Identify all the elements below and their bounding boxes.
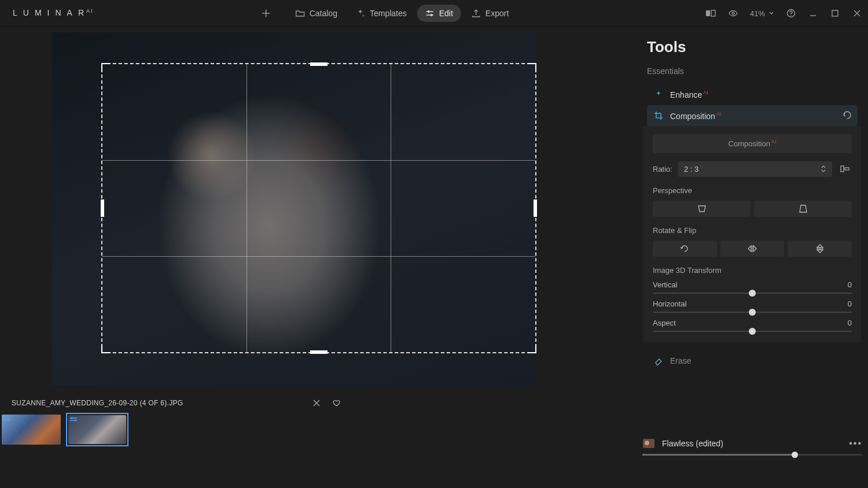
template-thumb-icon	[642, 438, 655, 449]
ratio-label: Ratio:	[653, 165, 672, 173]
help-icon	[786, 9, 796, 18]
horizontal-value: 0	[848, 300, 852, 308]
perspective-vertical-button[interactable]	[754, 201, 852, 217]
chevron-down-icon	[768, 10, 774, 16]
window-maximize[interactable]	[830, 8, 840, 19]
vertical-value: 0	[848, 280, 852, 289]
nav-catalog-label: Catalog	[310, 9, 337, 18]
composition-body: CompositionAI Ratio: 2 : 3 Perspective R…	[643, 126, 861, 342]
ai-badge: AI	[771, 139, 777, 145]
template-bar: Flawless (edited) •••	[642, 438, 862, 449]
help-button[interactable]	[786, 8, 796, 19]
vertical-slider[interactable]	[653, 293, 852, 294]
svg-point-10	[75, 420, 76, 422]
sparkle-icon	[654, 90, 663, 99]
section-essentials: Essentials	[647, 66, 858, 76]
favorite-button[interactable]	[332, 399, 341, 407]
film-strip	[0, 413, 128, 446]
composition-ai-button[interactable]: CompositionAI	[653, 134, 852, 153]
thumbnail-1[interactable]	[0, 413, 62, 446]
thumbnail-2[interactable]	[66, 413, 128, 446]
slider-thumb[interactable]	[749, 328, 756, 335]
composition-ai-label: Composition	[729, 140, 770, 149]
nav-export[interactable]: Export	[464, 5, 517, 22]
rotate-flip-section: Rotate & Flip	[653, 226, 852, 257]
sliders-icon	[425, 9, 435, 18]
app-name: LUMINAR	[13, 8, 90, 17]
slider-thumb[interactable]	[749, 309, 756, 316]
ratio-select[interactable]: 2 : 3	[678, 161, 832, 177]
vertical-label: Vertical	[653, 280, 678, 289]
tool-enhance-label: Enhance	[670, 90, 702, 99]
tools-panel: Tools Essentials EnhanceAI CompositionAI…	[637, 27, 868, 488]
eraser-icon	[654, 356, 663, 365]
nav-catalog[interactable]: Catalog	[288, 5, 345, 22]
slider-thumb[interactable]	[749, 290, 756, 297]
window-minimize[interactable]	[808, 8, 818, 19]
zoom-control[interactable]: 41%	[750, 9, 774, 18]
nav-center: Catalog Templates Edit Export	[259, 5, 517, 22]
svg-point-1	[431, 14, 433, 16]
perspective-section: Perspective	[653, 186, 852, 217]
perspective-horizontal-button[interactable]	[653, 201, 751, 217]
template-strength-slider[interactable]	[642, 454, 862, 456]
erase-label: Erase	[670, 356, 692, 365]
flip-h-icon	[747, 245, 757, 253]
reset-button[interactable]	[843, 111, 852, 120]
top-bar: LUMINARAI Catalog Templates Edit Export …	[0, 0, 868, 27]
compare-icon	[706, 9, 716, 17]
image-preview[interactable]	[52, 32, 535, 385]
photo-content	[52, 32, 535, 385]
ratio-row: Ratio: 2 : 3	[653, 161, 852, 177]
aspect-value: 0	[848, 319, 852, 327]
folder-icon	[296, 9, 305, 18]
transform-section: Image 3D Transform Vertical0 Horizontal0…	[653, 266, 852, 332]
crop-icon	[654, 111, 663, 120]
maximize-icon	[832, 10, 838, 17]
template-icon	[642, 438, 655, 449]
svg-point-18	[645, 441, 649, 445]
ai-badge: AI	[716, 111, 722, 117]
nav-edit-label: Edit	[439, 9, 453, 18]
tool-composition[interactable]: CompositionAI	[647, 105, 858, 127]
rotate-flip-label: Rotate & Flip	[653, 226, 852, 235]
tool-enhance[interactable]: EnhanceAI	[647, 84, 858, 105]
svg-point-4	[732, 12, 734, 14]
svg-rect-2	[706, 10, 710, 16]
top-right-controls: 41%	[706, 0, 862, 27]
minimize-icon	[810, 10, 816, 17]
template-name: Flawless (edited)	[662, 439, 723, 448]
svg-rect-16	[845, 168, 849, 170]
edited-badge-icon	[69, 416, 78, 422]
app-logo: LUMINARAI	[13, 8, 94, 17]
nav-edit[interactable]: Edit	[417, 5, 461, 22]
close-icon	[854, 10, 860, 17]
compare-button[interactable]	[706, 8, 716, 19]
tool-composition-label: Composition	[670, 111, 715, 120]
horizontal-slider[interactable]	[653, 312, 852, 313]
export-icon	[472, 9, 481, 18]
edited-badge-icon	[3, 416, 11, 422]
nav-templates-label: Templates	[370, 9, 407, 18]
nav-templates[interactable]: Templates	[348, 5, 415, 22]
updown-icon	[821, 165, 826, 173]
slider-thumb[interactable]	[792, 452, 798, 458]
eye-icon	[728, 9, 738, 17]
flip-vertical-button[interactable]	[788, 241, 852, 257]
add-button[interactable]	[259, 6, 274, 21]
aspect-slider[interactable]	[653, 331, 852, 332]
window-close[interactable]	[852, 8, 862, 19]
sparkle-icon	[356, 9, 365, 18]
rotate-button[interactable]	[653, 241, 717, 257]
ratio-swap-button[interactable]	[838, 162, 852, 176]
tool-erase[interactable]: Erase	[647, 350, 858, 371]
rotate-icon	[680, 244, 689, 253]
preview-button[interactable]	[728, 8, 738, 19]
reject-button[interactable]	[312, 399, 321, 407]
panel-title: Tools	[647, 38, 858, 56]
flip-horizontal-button[interactable]	[720, 241, 785, 257]
svg-rect-15	[841, 166, 844, 172]
app-suffix: AI	[86, 8, 94, 14]
template-menu-button[interactable]: •••	[849, 438, 862, 449]
svg-point-0	[428, 10, 430, 13]
